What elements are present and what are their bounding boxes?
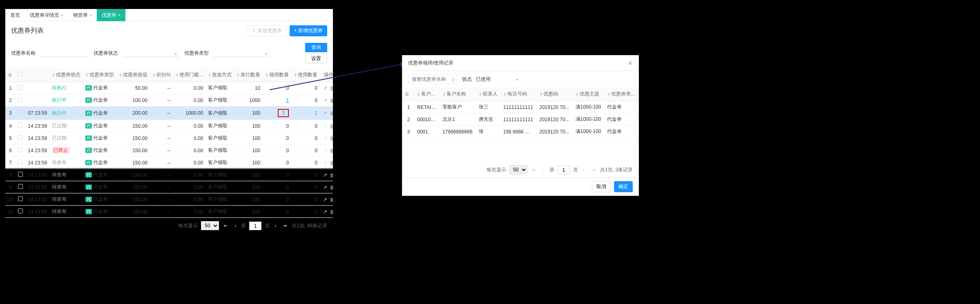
table-row[interactable]: 3 07 23:59 执行中 代代金券 200.00 -- 1000.00 客户… <box>5 107 333 120</box>
page-size-select[interactable]: 50 <box>509 165 527 174</box>
page-input[interactable] <box>558 166 570 174</box>
sort-icon[interactable]: ▲▼ <box>442 92 446 96</box>
filter-status-select[interactable]: ⌄ <box>122 49 179 57</box>
table-row[interactable]: 3 0001 17666666666 张 156 6666 ... 201912… <box>402 126 638 138</box>
row-checkbox[interactable] <box>18 196 23 201</box>
sort-icon[interactable]: ▲▼ <box>152 73 156 77</box>
filter-status-label: 优惠券状态 <box>94 50 118 57</box>
table-row[interactable]: 1 待执行 代代金券 50.00 -- 0.00 客户领取 10 0 0 ↗ ▦ <box>5 82 333 94</box>
share-icon[interactable]: ↗ <box>323 98 327 103</box>
qrcode-icon[interactable]: ▦ <box>330 160 333 166</box>
claimed-link[interactable]: 1 <box>286 98 289 103</box>
close-icon[interactable]: ✕ <box>628 60 633 67</box>
qrcode-icon[interactable]: ▦ <box>330 148 333 153</box>
filter-name-input[interactable] <box>40 49 89 57</box>
table-row[interactable]: 8 14 23:59 待发布 代代金券 150.00 -- 0.00 客户领取 … <box>5 169 333 181</box>
qrcode-icon[interactable]: ▦ <box>330 123 333 129</box>
sort-icon[interactable]: ▲▼ <box>607 92 610 96</box>
page-input[interactable] <box>249 222 261 230</box>
sort-icon[interactable]: ▲▼ <box>576 92 579 96</box>
row-checkbox[interactable] <box>18 110 23 115</box>
tab-home[interactable]: 首页 <box>5 9 25 21</box>
next-page-button[interactable]: › <box>273 223 278 229</box>
table-row[interactable]: 10 14 23:59 待发布 代代金券 150.00 -- 0.00 客户领取… <box>5 193 333 206</box>
table-row[interactable]: 11 14 23:59 待发布 代代金券 150.00 -- 0.00 客户领取… <box>5 206 333 218</box>
row-checkbox[interactable] <box>18 160 23 164</box>
share-icon[interactable]: ↗ <box>323 110 327 116</box>
table-row[interactable]: 5 14 23:59 已过期 代代金券 150.00 -- 0.00 客户领取 … <box>5 132 333 144</box>
qrcode-icon[interactable]: ▦ <box>330 209 333 215</box>
table-row[interactable]: 4 14 23:59 已过期 代代金券 150.00 -- 0.00 客户领取 … <box>5 120 333 132</box>
last-page-button[interactable]: ⇥ <box>281 223 288 229</box>
table-row[interactable]: 6 14 23:59 已终止 代代金券 150.00 -- 0.00 客户领取 … <box>5 144 333 157</box>
distribute-coupon-button[interactable]: ⇪发放优惠券 <box>248 25 286 36</box>
tab-coupon-detail[interactable]: 优惠券详情页× <box>25 9 68 21</box>
table-row[interactable]: 7 14 23:59 待发布 代代金券 150.00 -- 0.00 客户领取 … <box>5 157 333 169</box>
sort-icon[interactable]: ▲▼ <box>417 92 420 96</box>
sort-icon[interactable]: ▲▼ <box>294 73 297 77</box>
modal-title: 优惠券领用/使用记录 <box>408 60 453 67</box>
sort-icon[interactable]: ▲▼ <box>265 73 268 77</box>
qrcode-icon[interactable]: ▦ <box>330 184 333 190</box>
sort-icon[interactable]: ▲▼ <box>85 73 89 77</box>
row-checkbox[interactable] <box>18 97 23 102</box>
sort-icon[interactable]: ▲▼ <box>503 92 507 96</box>
prev-page-button[interactable]: ‹ <box>233 223 238 229</box>
row-checkbox[interactable] <box>18 172 23 177</box>
prev-page-button[interactable]: ‹ <box>541 167 546 173</box>
close-icon[interactable]: × <box>61 13 63 18</box>
voucher-icon: 代 <box>85 85 92 91</box>
qrcode-icon[interactable]: ▦ <box>330 135 333 141</box>
tab-coupon[interactable]: 优惠券× <box>97 9 125 21</box>
confirm-button[interactable]: 确定 <box>614 181 633 192</box>
qrcode-icon[interactable]: ▦ <box>330 85 333 91</box>
tab-sales-order[interactable]: 销货单× <box>68 9 97 21</box>
claimed-link[interactable]: 3 <box>278 109 289 117</box>
voucher-icon: 代 <box>85 184 92 190</box>
row-checkbox[interactable] <box>18 123 23 128</box>
select-all-checkbox[interactable] <box>18 72 23 77</box>
qrcode-icon[interactable]: ▦ <box>330 110 333 116</box>
row-checkbox[interactable] <box>18 85 23 90</box>
last-page-button[interactable]: ⇥ <box>589 167 597 173</box>
sort-icon[interactable]: ▲▼ <box>208 73 211 77</box>
col-type: ▲▼优惠券类... <box>605 87 638 101</box>
row-checkbox[interactable] <box>18 209 23 213</box>
sort-icon[interactable]: ▲▼ <box>119 73 122 77</box>
query-button[interactable]: 查询 <box>305 43 327 52</box>
gear-icon[interactable]: ⚙ <box>8 72 12 78</box>
close-icon[interactable]: × <box>118 13 121 18</box>
row-checkbox[interactable] <box>18 184 23 189</box>
qrcode-icon[interactable]: ▦ <box>330 172 333 178</box>
share-icon: ↗ <box>323 148 327 153</box>
first-page-button[interactable]: ⇤ <box>222 223 230 229</box>
search-icon[interactable]: ⌕ <box>452 76 455 82</box>
usage-records-modal: 优惠券领用/使用记录 ✕ ⌕ 状态 已使用⌄ ⚙ ▲▼客户... ▲▼客户名称 … <box>402 55 639 196</box>
share-icon[interactable]: ↗ <box>323 85 327 91</box>
sort-icon[interactable]: ▲▼ <box>52 73 55 77</box>
cancel-button[interactable]: 取消 <box>592 181 611 192</box>
next-page-button[interactable]: › <box>581 167 586 173</box>
add-coupon-button[interactable]: + 新增优惠券 <box>290 25 327 36</box>
row-checkbox[interactable] <box>18 147 23 152</box>
sort-icon[interactable]: ▲▼ <box>539 92 542 96</box>
page-size-select[interactable]: 50 <box>201 221 219 230</box>
search-input[interactable] <box>408 74 457 84</box>
sort-icon[interactable]: ▲▼ <box>175 73 179 77</box>
first-page-button[interactable]: ⇤ <box>531 167 538 173</box>
settings-button[interactable]: 设置 <box>305 54 327 63</box>
row-checkbox[interactable] <box>18 135 23 140</box>
qrcode-icon[interactable]: ▦ <box>330 98 333 103</box>
close-icon[interactable]: × <box>89 13 92 18</box>
table-row[interactable]: 2 执行中 代代金券 100.00 -- 0.00 客户领取 1000 1 0 … <box>5 94 333 107</box>
table-row[interactable]: 9 14 23:59 待发布 代代金券 150.00 -- 0.00 客户领取 … <box>5 181 333 193</box>
table-row[interactable]: 1 RETAIL... 零散客户 张三 11111111111 2019120 … <box>402 101 638 113</box>
status-filter-select[interactable]: 已使用⌄ <box>474 75 527 84</box>
filter-type-select[interactable]: ⌄ <box>213 49 270 57</box>
table-row[interactable]: 2 00010001 北京1 唐先生 11111111111 2019120 7… <box>402 113 638 126</box>
sort-icon[interactable]: ▲▼ <box>237 73 240 77</box>
row-number: 2 <box>5 94 16 107</box>
sort-icon[interactable]: ▲▼ <box>479 92 482 96</box>
gear-icon[interactable]: ⚙ <box>405 91 409 97</box>
qrcode-icon[interactable]: ▦ <box>330 197 333 202</box>
